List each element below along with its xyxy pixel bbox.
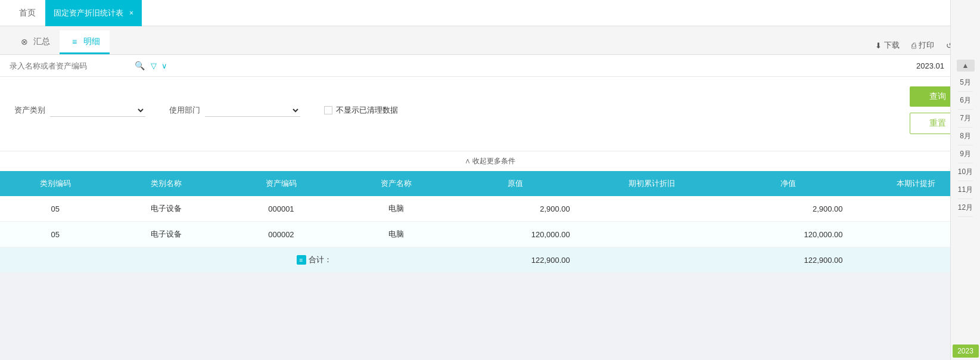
asset-category-select[interactable] (50, 104, 145, 117)
col-category-code: 类别编码 (0, 171, 111, 196)
filter-row-1: 资产类别 使用部门 不显示已清理数据 查询 重置 (14, 86, 966, 134)
print-button[interactable]: ⎙ 打印 (911, 40, 934, 51)
hide-cleared-field: 不显示已清理数据 (324, 105, 398, 116)
col-asset-code: 资产编码 (221, 171, 341, 196)
table-row: 05 电子设备 000002 电脑 120,000.00 120,000.00 (0, 222, 980, 247)
table-row: 05 电子设备 000001 电脑 2,900.00 2,900.00 (0, 196, 980, 222)
tab-summary[interactable]: ⊗ 汇总 (10, 30, 60, 54)
data-table: 类别编码 类别名称 资产编码 资产名称 原值 期初累计折旧 净值 本期计提折 0… (0, 171, 980, 273)
col-accumulated-depreciation: 期初累计折旧 (580, 171, 724, 196)
cell-category-name: 电子设备 (111, 222, 222, 247)
month-item[interactable]: 7月 (958, 110, 973, 128)
collapse-bar[interactable]: ∧ 收起更多条件 (0, 151, 980, 171)
col-asset-name: 资产名称 (341, 171, 452, 196)
month-item[interactable]: 12月 (958, 199, 973, 217)
col-original-value: 原值 (452, 171, 580, 196)
nav-home[interactable]: 首页 (10, 8, 45, 18)
cell-category-name: 电子设备 (111, 196, 222, 222)
cell-original-value: 120,000.00 (452, 222, 580, 247)
total-original-value: 122,900.00 (452, 247, 580, 273)
tab-summary-label: 汇总 (33, 36, 50, 47)
asset-category-label: 资产类别 (14, 105, 45, 116)
nav-tab-label: 固定资产折旧统计表 (54, 8, 123, 18)
search-input[interactable] (10, 61, 129, 70)
nav-tab-close[interactable]: × (129, 9, 133, 17)
month-item[interactable]: 9月 (958, 145, 973, 163)
use-dept-select[interactable] (205, 104, 300, 117)
month-list: 5月6月7月8月9月10月11月12月 (958, 74, 973, 217)
more-filter-button[interactable]: ▽ ∨ (151, 61, 167, 70)
total-row: ≡ 合计： 122,900.00 122,900.00 (0, 247, 980, 273)
total-empty-3 (341, 247, 452, 273)
year-badge: 2023 (953, 345, 979, 358)
tab-detail-label: 明细 (83, 36, 100, 47)
cell-category-code: 05 (0, 222, 111, 247)
use-dept-label: 使用部门 (169, 105, 200, 116)
collapse-label: ∧ 收起更多条件 (465, 157, 515, 165)
hide-cleared-label: 不显示已清理数据 (336, 105, 398, 116)
col-net-value: 净值 (724, 171, 853, 196)
right-panel: ▲ 5月6月7月8月9月10月11月12月 2023 (950, 0, 980, 360)
month-item[interactable]: 10月 (958, 163, 973, 181)
top-nav: 首页 固定资产折旧统计表 × ✕ (0, 0, 980, 26)
scroll-up-button[interactable]: ▲ (957, 60, 975, 72)
table-header-row: 类别编码 类别名称 资产编码 资产名称 原值 期初累计折旧 净值 本期计提折 (0, 171, 980, 196)
col-category-name: 类别名称 (111, 171, 222, 196)
total-accumulated-depreciation (580, 247, 724, 273)
download-button[interactable]: ⬇ 下载 (875, 40, 900, 51)
total-label-cell: ≡ 合计： (221, 247, 341, 273)
total-net-value: 122,900.00 (724, 247, 853, 273)
print-icon: ⎙ (911, 41, 916, 50)
total-icon: ≡ (297, 255, 306, 265)
filter-bar: 🔍 ▽ ∨ 2023.01 › (0, 55, 980, 77)
table-container: 类别编码 类别名称 资产编码 资产名称 原值 期初累计折旧 净值 本期计提折 0… (0, 171, 980, 273)
download-icon: ⬇ (875, 41, 882, 50)
total-empty-2 (111, 247, 222, 273)
hide-cleared-checkbox[interactable] (324, 106, 332, 114)
cell-asset-code: 000001 (221, 196, 341, 222)
cell-accumulated-depreciation (580, 222, 724, 247)
cell-original-value: 2,900.00 (452, 196, 580, 222)
tab-bar: ⊗ 汇总 ≡ 明细 ⬇ 下载 ⎙ 打印 ↺ 刷新 (0, 26, 980, 55)
cell-asset-code: 000002 (221, 222, 341, 247)
month-item[interactable]: 11月 (958, 181, 973, 199)
total-label-text: 合计： (309, 255, 332, 265)
cell-net-value: 2,900.00 (724, 196, 853, 222)
advanced-filter: 资产类别 使用部门 不显示已清理数据 查询 重置 (0, 77, 980, 151)
month-item[interactable]: 6月 (958, 92, 973, 110)
print-label: 打印 (919, 40, 934, 51)
chevron-down-icon: ∨ (161, 61, 167, 70)
filter-date: 2023.01 (916, 61, 944, 70)
cell-asset-name: 电脑 (341, 222, 452, 247)
cell-asset-name: 电脑 (341, 196, 452, 222)
download-label: 下载 (884, 40, 900, 51)
asset-category-field: 资产类别 (14, 104, 145, 117)
cell-accumulated-depreciation (580, 196, 724, 222)
detail-icon: ≡ (69, 36, 80, 47)
summary-icon: ⊗ (19, 36, 30, 47)
tab-detail[interactable]: ≡ 明细 (60, 30, 110, 54)
month-item[interactable]: 8月 (958, 128, 973, 145)
cell-category-code: 05 (0, 196, 111, 222)
total-empty-1 (0, 247, 111, 273)
use-dept-field: 使用部门 (169, 104, 300, 117)
cell-net-value: 120,000.00 (724, 222, 853, 247)
month-item[interactable]: 5月 (958, 74, 973, 92)
nav-tab[interactable]: 固定资产折旧统计表 × (45, 0, 142, 26)
filter-icon: ▽ (151, 61, 157, 70)
search-icon[interactable]: 🔍 (135, 61, 145, 70)
